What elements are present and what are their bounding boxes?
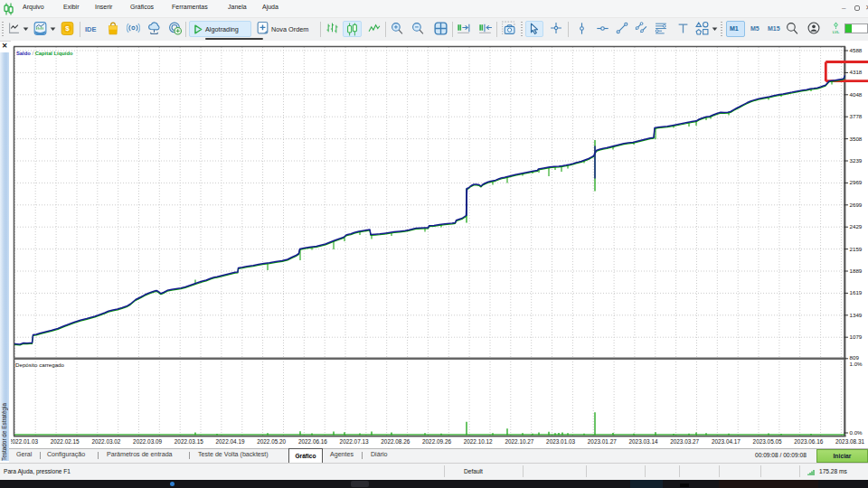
svg-text:2022.03.09: 2022.03.09 bbox=[133, 438, 162, 445]
svg-text:2699: 2699 bbox=[850, 202, 863, 208]
svg-text:1889: 1889 bbox=[850, 267, 863, 274]
svg-text:1079: 1079 bbox=[850, 333, 863, 340]
svg-text:2022.04.19: 2022.04.19 bbox=[216, 438, 245, 445]
svg-text:3778: 3778 bbox=[850, 113, 863, 119]
svg-text:Saldo / Capital Líquido: Saldo / Capital Líquido bbox=[16, 51, 73, 56]
svg-text:3508: 3508 bbox=[850, 136, 863, 142]
svg-text:Depósito carregado: Depósito carregado bbox=[15, 361, 65, 368]
svg-text:4588: 4588 bbox=[850, 47, 863, 53]
svg-text:2022.07.13: 2022.07.13 bbox=[340, 438, 369, 445]
svg-text:2022.10.27: 2022.10.27 bbox=[505, 438, 533, 445]
svg-text:2022.08.26: 2022.08.26 bbox=[381, 438, 410, 445]
svg-text:0.0%: 0.0% bbox=[850, 429, 863, 436]
svg-text:2022.09.26: 2022.09.26 bbox=[422, 438, 451, 445]
svg-text:2429: 2429 bbox=[850, 223, 863, 230]
svg-text:2023.05.05: 2023.05.05 bbox=[753, 438, 782, 445]
svg-text:3239: 3239 bbox=[850, 157, 863, 164]
svg-text:2022.02.15: 2022.02.15 bbox=[51, 438, 80, 445]
svg-text:LVL: LVL bbox=[833, 30, 840, 34]
svg-text:2023.08.31: 2023.08.31 bbox=[835, 438, 864, 445]
svg-text:2023.01.03: 2023.01.03 bbox=[546, 438, 575, 445]
svg-text:1349: 1349 bbox=[850, 312, 863, 318]
svg-text:2022.06.16: 2022.06.16 bbox=[298, 438, 327, 445]
svg-text:2969: 2969 bbox=[850, 179, 863, 185]
svg-text:2023.03.27: 2023.03.27 bbox=[670, 438, 699, 445]
svg-text:1619: 1619 bbox=[850, 289, 863, 296]
svg-text:2022.03.02: 2022.03.02 bbox=[91, 438, 120, 445]
svg-text:2022.03.15: 2022.03.15 bbox=[175, 438, 203, 445]
svg-text:2022.05.20: 2022.05.20 bbox=[257, 438, 286, 445]
svg-text:1.0%: 1.0% bbox=[850, 361, 863, 367]
svg-text:$: $ bbox=[65, 24, 70, 33]
svg-text:2022.01.03: 2022.01.03 bbox=[11, 438, 38, 445]
svg-text:2023.01.27: 2023.01.27 bbox=[588, 438, 617, 445]
svg-text:2159: 2159 bbox=[850, 246, 863, 252]
svg-text:4048: 4048 bbox=[850, 91, 863, 98]
svg-text:2023.06.16: 2023.06.16 bbox=[794, 438, 823, 445]
svg-text:2023.04.17: 2023.04.17 bbox=[712, 438, 741, 445]
svg-text:2023.03.14: 2023.03.14 bbox=[629, 438, 658, 445]
svg-text:2022.10.12: 2022.10.12 bbox=[464, 438, 493, 445]
svg-text:4318: 4318 bbox=[850, 69, 863, 75]
